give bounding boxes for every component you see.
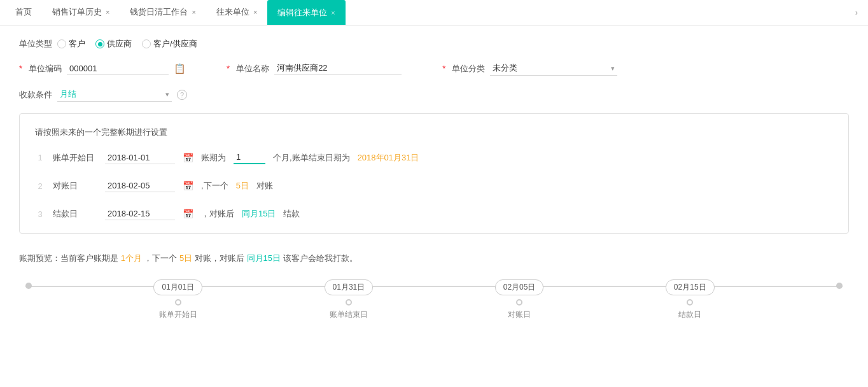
period-num-1: 1 <box>35 153 45 162</box>
payment-term-arrow-icon: ▾ <box>165 90 169 99</box>
tab-cash-work[interactable]: 钱货日清工作台 × <box>120 0 206 25</box>
tab-edit-partner[interactable]: 编辑往来单位 × <box>267 0 345 25</box>
timeline-dot-3 <box>516 299 522 306</box>
timeline-badge-1: 01月01日 <box>153 279 202 295</box>
period-row-2: 2 对账日 📅 ,下一个 5日 对账 <box>35 179 833 192</box>
timeline-label-1: 账单开始日 <box>159 309 197 320</box>
radio-supplier[interactable]: 供应商 <box>95 38 132 50</box>
period-label-3: 结款日 <box>53 208 97 220</box>
tab-partner-units-close[interactable]: × <box>253 8 257 16</box>
period-start-calendar-icon[interactable]: 📅 <box>183 153 193 163</box>
period-desc-2-part1: ,下一个 <box>201 180 228 192</box>
radio-customer-label: 客户 <box>69 38 85 50</box>
tab-edit-partner-close[interactable]: × <box>331 9 335 17</box>
period-num-3: 3 <box>35 209 45 219</box>
tab-partner-units[interactable]: 往来单位 × <box>206 0 267 25</box>
period-payment-date-input[interactable] <box>105 208 175 220</box>
unit-name-input[interactable] <box>274 62 402 75</box>
payment-term-row: 收款条件 月结 ▾ ? <box>19 87 849 102</box>
timeline-badge-2: 01月31日 <box>325 279 374 295</box>
timeline-point-4: 02月15日 结款日 <box>666 279 715 320</box>
timeline-dot-2 <box>346 299 352 306</box>
unit-type-label: 单位类型 <box>19 38 52 50</box>
preview-hl2: 5日 <box>179 253 192 263</box>
tab-sales-history-close[interactable]: × <box>106 8 109 16</box>
radio-customer-supplier-circle <box>142 39 151 48</box>
payment-term-help-icon[interactable]: ? <box>177 90 187 100</box>
period-label-1: 账单开始日 <box>53 152 97 164</box>
unit-code-field: * 单位编码 📋 <box>19 62 186 75</box>
unit-type-row: 单位类型 客户 供应商 客户/供应商 <box>19 38 849 50</box>
radio-customer-circle <box>57 39 66 48</box>
timeline-badge-4: 02月15日 <box>666 279 715 295</box>
radio-customer[interactable]: 客户 <box>57 38 85 50</box>
period-desc-3-part2: 结款 <box>283 208 300 220</box>
timeline-point-1: 01月01日 账单开始日 <box>153 279 202 320</box>
preview-mid2: 对账，对账后 <box>195 253 244 263</box>
tab-overflow-arrow[interactable]: › <box>850 0 863 25</box>
preview-hl3: 同月15日 <box>247 253 281 263</box>
unit-category-field: * 单位分类 未分类 ▾ <box>442 61 617 76</box>
tab-bar: 首页 销售订单历史 × 钱货日清工作台 × 往来单位 × 编辑往来单位 × › <box>0 0 868 25</box>
timeline-point-2: 01月31日 账单结束日 <box>325 279 374 320</box>
preview-suffix: 该客户会给我打款。 <box>283 253 358 263</box>
tab-sales-history[interactable]: 销售订单历史 × <box>42 0 120 25</box>
radio-customer-supplier-label: 客户/供应商 <box>153 38 197 50</box>
period-label-2: 对账日 <box>53 180 97 192</box>
preview-section: 账期预览：当前客户账期是 1个月 ，下一个 5日 对账，对账后 同月15日 该客… <box>19 245 849 320</box>
timeline-label-4: 结款日 <box>678 309 701 320</box>
period-months-input[interactable] <box>234 151 265 164</box>
period-desc-3-highlight: 同月15日 <box>242 208 276 220</box>
unit-info-row: * 单位编码 📋 * 单位名称 * 单位分类 未分类 ▾ <box>19 61 849 76</box>
timeline-badge-3: 02月05日 <box>495 279 544 295</box>
period-row-1: 1 账单开始日 📅 账期为 个月,账单结束日期为 2018年01月31日 <box>35 151 833 164</box>
unit-code-calendar-icon[interactable]: 📋 <box>174 63 186 74</box>
timeline-point-3: 02月05日 对账日 <box>495 279 544 320</box>
unit-type-radio-group: 客户 供应商 客户/供应商 <box>57 38 197 50</box>
unit-type-field: 单位类型 客户 供应商 客户/供应商 <box>19 38 197 50</box>
radio-supplier-label: 供应商 <box>107 38 132 50</box>
period-payment-calendar-icon[interactable]: 📅 <box>183 209 193 219</box>
unit-category-arrow-icon: ▾ <box>611 64 615 73</box>
period-card-title: 请按照未来的一个完整帐期进行设置 <box>35 127 833 138</box>
radio-customer-supplier[interactable]: 客户/供应商 <box>142 38 197 50</box>
period-row-3: 3 结款日 📅 ，对账后 同月15日 结款 <box>35 208 833 220</box>
period-num-2: 2 <box>35 181 45 191</box>
period-desc-2-highlight: 5日 <box>236 180 249 192</box>
unit-code-label: 单位编码 <box>29 63 62 74</box>
unit-category-value: 未分类 <box>493 62 608 74</box>
timeline-dot-1 <box>175 299 181 306</box>
timeline-left-dot <box>25 283 32 289</box>
period-end-date: 2018年01月31日 <box>358 152 419 164</box>
timeline-left-end <box>25 279 32 289</box>
unit-code-input[interactable] <box>67 62 169 75</box>
unit-name-star: * <box>227 64 230 73</box>
payment-term-dropdown[interactable]: 月结 ▾ <box>57 87 172 102</box>
preview-hl1: 1个月 <box>121 253 142 263</box>
timeline-dot-4 <box>687 299 693 306</box>
timeline: 01月01日 账单开始日 01月31日 账单结束日 02月05日 对账日 <box>25 279 843 320</box>
tab-cash-work-close[interactable]: × <box>192 8 195 16</box>
timeline-label-3: 对账日 <box>508 309 531 320</box>
unit-name-field: * 单位名称 <box>227 62 402 75</box>
period-desc-2-part2: 对账 <box>256 180 273 192</box>
timeline-right-dot <box>836 283 843 289</box>
tab-home[interactable]: 首页 <box>5 0 42 25</box>
preview-text: 账期预览：当前客户账期是 1个月 ，下一个 5日 对账，对账后 同月15日 该客… <box>19 253 849 264</box>
timeline-right-end <box>836 279 843 289</box>
unit-category-star: * <box>442 64 445 73</box>
payment-term-label: 收款条件 <box>19 89 52 101</box>
unit-category-dropdown[interactable]: 未分类 ▾ <box>490 61 617 76</box>
period-desc-suffix-1: 个月,账单结束日期为 <box>273 152 350 164</box>
preview-mid1: ，下一个 <box>144 253 177 263</box>
unit-code-star: * <box>19 64 22 73</box>
unit-name-label: 单位名称 <box>236 63 269 74</box>
period-start-date-input[interactable] <box>105 151 175 164</box>
unit-category-label: 单位分类 <box>452 63 485 74</box>
period-desc-prefix-1: 账期为 <box>201 152 226 164</box>
period-reconcile-date-input[interactable] <box>105 179 175 192</box>
period-reconcile-calendar-icon[interactable]: 📅 <box>183 181 193 191</box>
timeline-label-2: 账单结束日 <box>330 309 368 320</box>
payment-term-field: 收款条件 月结 ▾ ? <box>19 87 187 102</box>
payment-term-value: 月结 <box>60 88 163 100</box>
